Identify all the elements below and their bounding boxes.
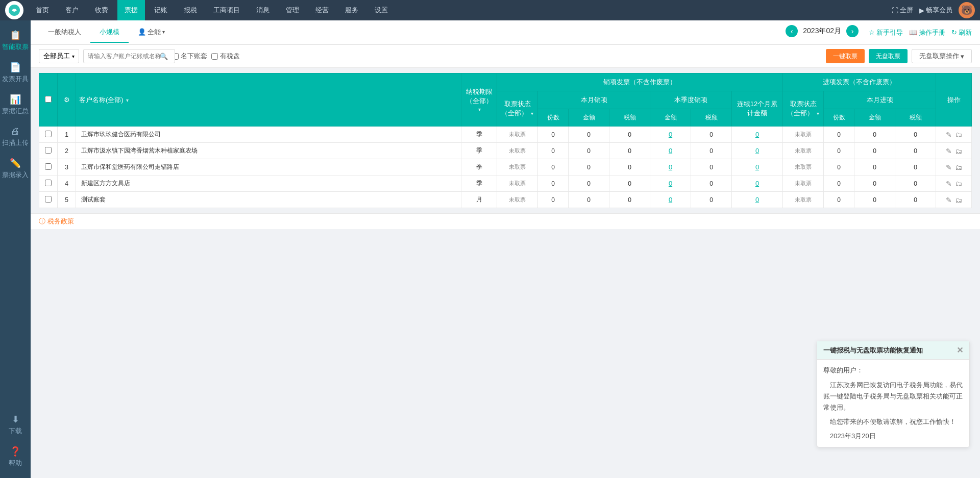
nav-service[interactable]: 服务 (338, 0, 365, 20)
one-click-ticket-btn[interactable]: 一键取票 (826, 49, 865, 63)
row-sales-monthly-amt: 0 (569, 192, 609, 208)
nav-manage[interactable]: 管理 (279, 0, 306, 20)
edit-icon[interactable]: ✎ (946, 163, 952, 171)
next-period-btn[interactable]: › (846, 25, 859, 37)
guide-btn[interactable]: ☆ 新手引导 (869, 28, 903, 37)
row-purchase-monthly-amt: 0 (854, 143, 895, 159)
notification-date: 2023年3月20日 (823, 431, 963, 442)
nav-tax[interactable]: 报税 (177, 0, 204, 20)
row-sales-status: 未取票 (497, 159, 538, 175)
row-purchase-status: 未取票 (783, 175, 824, 192)
th-sales-status-filter[interactable]: ▾ (531, 111, 533, 116)
tab-small-scale[interactable]: 小规模 (90, 22, 129, 43)
notification-close-btn[interactable]: ✕ (957, 345, 963, 355)
nav-settings[interactable]: 设置 (368, 0, 395, 20)
row-purchase-monthly-num: 0 (824, 192, 854, 208)
user-avatar[interactable]: 🐻 (959, 2, 975, 18)
tab-general-taxpayer[interactable]: 一般纳税人 (39, 22, 90, 43)
row-purchase-monthly-num: 0 (824, 175, 854, 192)
th-sales-group: 销项发票（不含作废票） (497, 73, 783, 91)
edit-icon[interactable]: ✎ (946, 196, 952, 204)
sidebar-item-smart-ticket[interactable]: 📋 智能取票 (0, 24, 31, 57)
period-nav: ‹ 2023年02月 › (786, 25, 859, 40)
sidebar-item-invoice[interactable]: 📄 发票开具 (0, 57, 31, 89)
th-monthly-sales: 本月销项 (538, 91, 650, 109)
row-sales-cum: 0 (732, 127, 783, 143)
th-checkbox (39, 73, 58, 127)
row-sales-monthly-amt: 0 (569, 159, 609, 175)
view-icon[interactable]: 🗂 (955, 196, 962, 204)
row-checkbox[interactable] (45, 180, 52, 186)
sidebar-help[interactable]: ❓ 帮助 (9, 441, 22, 473)
row-name: 卫辉市保和堂医药有限公司走辐路店 (76, 159, 461, 175)
refresh-label: 刷新 (959, 28, 972, 37)
diskless-op-label: 无盘取票操作 (919, 52, 959, 61)
nav-home[interactable]: 首页 (29, 0, 56, 20)
diskless-operation-btn[interactable]: 无盘取票操作 ▾ (912, 49, 972, 63)
sub-tabs-actions: ☆ 新手引导 📖 操作手册 ↻ 刷新 (869, 28, 972, 37)
manual-btn[interactable]: 📖 操作手册 (909, 28, 945, 37)
row-sales-qtr-tax: 0 (691, 159, 732, 175)
prev-period-btn[interactable]: ‹ (786, 25, 798, 37)
sidebar-item-entry[interactable]: ✏️ 票据录入 (0, 153, 31, 185)
view-icon[interactable]: 🗂 (955, 163, 962, 171)
row-sales-status: 未取票 (497, 192, 538, 208)
nav-items: 首页 客户 收费 票据 记账 报税 工商项目 消息 管理 经营 服务 设置 (29, 0, 892, 20)
tax-policy-link[interactable]: ⓘ 税务政策 (39, 217, 74, 226)
edit-icon[interactable]: ✎ (946, 147, 952, 155)
sidebar-item-summary[interactable]: 📊 票据汇总 (0, 89, 31, 121)
th-period-filter[interactable]: ▾ (478, 107, 481, 112)
diskless-ticket-btn[interactable]: 无盘取票 (869, 49, 908, 63)
row-purchase-monthly-tax: 0 (895, 192, 936, 208)
th-name-filter[interactable]: ▾ (126, 97, 129, 103)
sidebar-download-label: 下载 (9, 426, 22, 436)
my-account-checkbox-label[interactable]: 名下账套 (172, 52, 207, 61)
edit-icon[interactable]: ✎ (946, 131, 952, 139)
nav-business2[interactable]: 经营 (308, 0, 336, 20)
nav-invoice[interactable]: 票据 (117, 0, 145, 20)
tax-disk-label: 有税盘 (220, 52, 240, 61)
edit-icon[interactable]: ✎ (946, 180, 952, 188)
table-row: 2 卫辉市汲水镇下园湾香烟营木种植家庭农场 季 未取票 0 0 0 0 0 0 … (39, 143, 972, 159)
scan-icon: 🖨 (11, 126, 20, 137)
sidebar-download[interactable]: ⬇ 下载 (9, 409, 22, 441)
sidebar-help-label: 帮助 (9, 459, 22, 468)
row-checkbox-cell (39, 192, 58, 208)
th-sales-monthly-num: 份数 (538, 109, 569, 127)
nav-customer[interactable]: 客户 (58, 0, 86, 20)
tax-disk-checkbox-label[interactable]: 有税盘 (211, 52, 240, 61)
row-sales-status: 未取票 (497, 127, 538, 143)
row-checkbox[interactable] (45, 131, 52, 137)
settings-icon[interactable]: ⚙ (64, 96, 70, 104)
nav-billing[interactable]: 收费 (88, 0, 115, 20)
sidebar-item-scan[interactable]: 🖨 扫描上传 (0, 121, 31, 153)
tab-all[interactable]: 👤 全能 ▾ (129, 22, 174, 43)
fullscreen-btn[interactable]: ⛶ 全屏 (892, 6, 913, 15)
vip-btn[interactable]: ▶ 畅享会员 (919, 6, 952, 15)
row-period: 季 (461, 159, 497, 175)
row-action: ✎ 🗂 (936, 127, 972, 143)
employee-filter-label: 全部员工 (43, 52, 70, 61)
view-icon[interactable]: 🗂 (955, 147, 962, 155)
row-purchase-monthly-amt: 0 (854, 127, 895, 143)
row-checkbox[interactable] (45, 196, 52, 203)
row-checkbox[interactable] (45, 163, 52, 170)
th-purchase-status-filter[interactable]: ▾ (817, 111, 819, 116)
row-checkbox[interactable] (45, 147, 52, 154)
tab-all-label: 全能 (148, 28, 161, 37)
view-icon[interactable]: 🗂 (955, 180, 962, 188)
employee-filter[interactable]: 全部员工 ▾ (39, 49, 79, 63)
search-button[interactable]: 🔍 (160, 53, 168, 60)
tax-disk-checkbox[interactable] (211, 53, 218, 60)
view-icon[interactable]: 🗂 (955, 131, 962, 139)
logo[interactable] (5, 1, 23, 19)
nav-business[interactable]: 工商项目 (206, 0, 247, 20)
refresh-btn[interactable]: ↻ 刷新 (951, 28, 972, 37)
select-all-checkbox[interactable] (45, 96, 52, 103)
main-table: ⚙ 客户名称(全部) ▾ 纳税期限（全部） ▾ 销项发票（不含作废票） (39, 73, 972, 208)
row-purchase-monthly-tax: 0 (895, 143, 936, 159)
nav-bookkeeping[interactable]: 记账 (147, 0, 175, 20)
nav-message[interactable]: 消息 (249, 0, 277, 20)
notification-header: 一键报税与无盘取票功能恢复通知 ✕ (817, 341, 969, 360)
top-nav-right: ⛶ 全屏 ▶ 畅享会员 🐻 (892, 2, 975, 18)
